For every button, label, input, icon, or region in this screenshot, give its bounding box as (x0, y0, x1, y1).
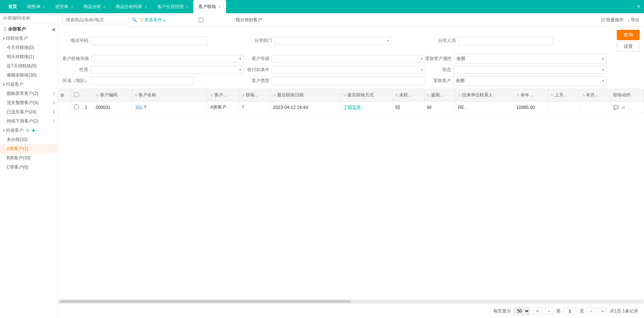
col-this-month[interactable]: ⇅本月... (579, 89, 611, 102)
retail-arrow: ▾ (602, 79, 604, 83)
tab-customer-tier[interactable]: 客户分层经营 × (152, 0, 193, 13)
col-code[interactable]: ⇅客户编码 (93, 89, 132, 102)
tab-purchase[interactable]: 进货单 × (50, 0, 78, 13)
prev-page-button[interactable]: ‹ (545, 307, 553, 315)
sidebar-item-hoarding[interactable]: 囤购异常客户(2) ℹ (0, 89, 58, 98)
last-contact-way-link[interactable]: 下销货单 (343, 105, 361, 110)
sidebar-item-today-label: 今天待联络(0) (7, 45, 34, 51)
retail-select[interactable]: 全部 ▾ (453, 76, 607, 86)
col-last-date[interactable]: ⇅最后联络日期 (271, 89, 341, 102)
col-name-label: 客户名称 (139, 92, 156, 98)
tab-purchase-close[interactable]: × (71, 4, 73, 9)
tab-customer-contact[interactable]: 客户联络 × (193, 0, 226, 13)
tab-customer-contact-close[interactable]: × (218, 4, 221, 9)
query-button[interactable]: 查询 (617, 30, 640, 40)
col-last-month[interactable]: ⇅上月... (548, 89, 579, 102)
tab-analysis[interactable]: 商品分析 × (78, 0, 111, 13)
comment-icon[interactable]: 💬 (613, 105, 619, 110)
filter-nature: 性质 ▾ (62, 66, 244, 74)
pagination-bar: 每页显示 50 « ‹ 第 页 › » 共1页 1条记录 (58, 304, 644, 318)
tab-sales-close[interactable]: × (43, 4, 45, 9)
dept-select[interactable]: ▾ (274, 37, 392, 45)
col-name[interactable]: ⇅客户名称 (132, 89, 208, 102)
col-checkbox[interactable] (71, 89, 82, 102)
value-add-icon[interactable]: ✚ (32, 128, 35, 133)
problems-group-label: 问题客户 (6, 81, 24, 88)
tab-sales[interactable]: 销售单 × (22, 0, 50, 13)
tab-analysis-list[interactable]: 商品分析列表 × (111, 0, 152, 13)
customer-type-label: 客户类型 (244, 78, 269, 84)
nature-select[interactable]: ▾ (90, 66, 244, 74)
cell-checkbox[interactable] (71, 102, 82, 113)
batch-icon: ☑ (601, 17, 605, 22)
col-contacts-person[interactable]: ⇅往来单位联系人 (456, 89, 514, 102)
col-contacts-label: 往来单位联系人 (462, 92, 493, 98)
region-input[interactable] (91, 77, 194, 85)
sidebar-item-tomorrow[interactable]: 明天待联络(1) (0, 52, 58, 61)
col-contact[interactable]: ⇅联络... (239, 89, 271, 102)
col-level[interactable]: ⇅客户... (208, 89, 239, 102)
sidebar-item-churned[interactable]: 已流失客户(24) ℹ (0, 107, 58, 117)
value-refresh-icon[interactable]: ↻ (26, 128, 30, 133)
sidebar-item-overdue[interactable]: 逾期未联络(30) (0, 71, 58, 80)
page-number-input[interactable] (564, 307, 577, 315)
phone-input[interactable] (90, 36, 208, 45)
retail-attr-select[interactable]: 全部 ▾ (454, 54, 607, 64)
search-button[interactable]: 🔍 (132, 17, 137, 22)
tab-analysis-close[interactable]: × (103, 4, 105, 9)
col-this-year[interactable]: ⇅本年... (514, 89, 548, 102)
col-last-way-label: 最后联络方式 (347, 92, 374, 98)
manager-input[interactable] (458, 36, 554, 45)
row-checkbox[interactable] (74, 105, 79, 109)
next-page-button[interactable]: › (587, 307, 595, 315)
region-dots-button[interactable]: ··· (196, 78, 203, 84)
tab-home[interactable]: 首页 (3, 0, 22, 13)
last-page-button[interactable]: » (598, 307, 607, 315)
sidebar-group-pending[interactable]: ▾ 待联络客户 (0, 34, 58, 43)
sidebar-item-ungrouped[interactable]: 未分组(32) (0, 135, 58, 144)
scroll-thumb[interactable] (60, 300, 351, 303)
sidebar-item-a-class[interactable]: A类客户(1) (0, 144, 58, 153)
phone-label: 电话号码 (62, 38, 88, 44)
sidebar-group-problems[interactable]: ▾ 问题客户 (0, 80, 58, 89)
col-last-way[interactable]: ⇅最后联络方式 (341, 89, 393, 102)
my-customers-checkbox[interactable] (168, 18, 234, 22)
sidebar-item-7days[interactable]: 近7天待联络(0) (0, 61, 58, 71)
sidebar-group-value[interactable]: ▾ 价值客户 ↻ ✚ (0, 126, 58, 135)
sidebar-item-hoarding-label: 囤购异常客户(2) (7, 91, 39, 97)
first-page-button[interactable]: « (533, 307, 542, 315)
customer-type-input[interactable] (272, 77, 425, 85)
tab-analysis-list-close[interactable]: × (144, 4, 147, 9)
search-input[interactable] (62, 15, 129, 24)
grid-icon[interactable]: ⊞ (622, 105, 625, 110)
sidebar-search-input[interactable] (3, 15, 58, 21)
cell-last-way[interactable]: 下销货单 (341, 102, 393, 113)
sidebar-item-declining[interactable]: 持续下滑客户(2) ℹ (0, 117, 58, 126)
export-button[interactable]: ↓ 导出 (627, 17, 640, 23)
manager-dots-button[interactable]: ··· (556, 38, 562, 43)
price-level-select[interactable]: ▾ (91, 55, 244, 63)
col-uncontact[interactable]: ⇅未联... (393, 89, 424, 102)
col-overdue[interactable]: ⇅逾期... (424, 89, 455, 102)
sidebar-item-b-class[interactable]: B类客户(33) (0, 153, 58, 163)
tab-customer-tier-close[interactable]: × (186, 4, 188, 9)
my-customers-checkbox-label[interactable]: 我分管的客户 (168, 17, 262, 23)
payment-select[interactable]: ▾ (272, 66, 425, 74)
customer-level-select[interactable]: ▾ (272, 55, 425, 63)
per-page-select[interactable]: 50 (514, 307, 530, 315)
sidebar-collapse-button[interactable]: ◀ (51, 27, 55, 32)
sidebar-search-bar: 🔍 (0, 13, 58, 23)
settings-icon[interactable]: ⚙ (60, 93, 64, 98)
select-all-checkbox[interactable] (74, 92, 79, 97)
sidebar-item-today[interactable]: 今天待联络(0) (0, 43, 58, 52)
close-all-button[interactable]: × (637, 3, 640, 10)
sidebar-item-c-class[interactable]: C类客户(6) (0, 163, 58, 172)
settings-button[interactable]: 设置 (617, 42, 640, 52)
more-conditions-button[interactable]: ▽ 更多条件 ▴ (140, 17, 165, 23)
batch-action-button[interactable]: ☑ 批量操作 (601, 17, 624, 23)
status-select[interactable]: ▾ (453, 66, 607, 74)
horizontal-scroll-bar[interactable] (58, 299, 644, 304)
content-area: 🔍 ▽ 更多条件 ▴ 我分管的客户 ☑ 批量操作 ↓ 导出 (58, 13, 644, 318)
col-settings[interactable]: ⚙ (58, 89, 71, 102)
sidebar-item-churn-warning[interactable]: 流失预警客户(3) ℹ (0, 98, 58, 107)
